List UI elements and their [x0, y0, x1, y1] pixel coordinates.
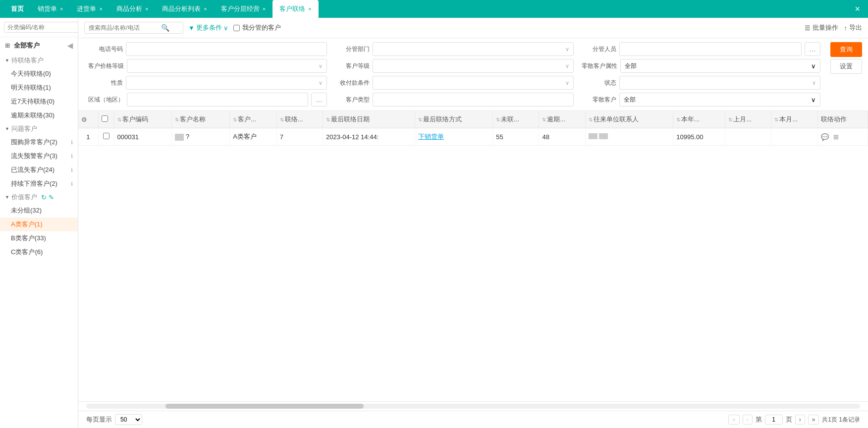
- collapse-sidebar-icon[interactable]: ◀: [67, 42, 73, 50]
- th-no-contact[interactable]: ⇅未联...: [493, 111, 539, 128]
- first-page-button[interactable]: «: [728, 415, 740, 425]
- my-customers-check[interactable]: [233, 25, 240, 31]
- nature-select[interactable]: ∨: [126, 76, 327, 90]
- nav-tab-2[interactable]: 商品分析 ×: [109, 0, 155, 18]
- price-level-label: 客户价格等级: [88, 62, 124, 70]
- filter-search-input[interactable]: [89, 24, 158, 31]
- region-dots-button[interactable]: …: [311, 93, 327, 107]
- sidebar-item-tomorrow[interactable]: 明天待联络(1): [0, 81, 78, 95]
- nav-tab-4[interactable]: 客户分层经营 ×: [214, 0, 272, 18]
- region-label: 区域（地区）: [88, 96, 124, 104]
- th-name[interactable]: ⇅客户名称: [172, 111, 230, 128]
- sidebar-search-input[interactable]: [4, 22, 78, 33]
- cell-overdue: 48: [539, 128, 585, 146]
- nav-tab-3[interactable]: 商品分析列表 ×: [155, 0, 214, 18]
- retail-label: 零散客户: [582, 96, 616, 104]
- prev-page-button[interactable]: ‹: [743, 415, 753, 425]
- my-customers-checkbox[interactable]: 我分管的客户: [233, 23, 281, 32]
- horizontal-scroll-thumb[interactable]: [165, 404, 364, 409]
- th-code[interactable]: ⇅客户编码: [114, 111, 172, 128]
- name-avatar: [175, 134, 184, 141]
- close-tab-5-icon[interactable]: ×: [308, 6, 311, 12]
- close-tab-0-icon[interactable]: ×: [60, 6, 63, 12]
- table-settings-icon[interactable]: ⚙: [81, 116, 87, 123]
- filter-region: 区域（地区） …: [84, 93, 331, 107]
- edit-icon[interactable]: ✎: [49, 194, 54, 201]
- sidebar-item-today[interactable]: 今天待联络(0): [0, 67, 78, 81]
- cell-no-contact: 55: [493, 128, 539, 146]
- nav-tab-0[interactable]: 销货单 ×: [31, 0, 70, 18]
- region-input[interactable]: [127, 93, 308, 107]
- query-button[interactable]: 查询: [830, 42, 862, 57]
- select-all-checkbox[interactable]: [102, 115, 108, 122]
- close-all-button[interactable]: ×: [851, 4, 864, 14]
- filter-price-level: 客户价格等级 ∨: [84, 59, 331, 73]
- dept-select[interactable]: ∨: [373, 42, 574, 56]
- message-icon[interactable]: 💬: [821, 133, 829, 141]
- close-tab-4-icon[interactable]: ×: [263, 6, 266, 12]
- customer-type-input[interactable]: [373, 93, 574, 107]
- retail-select[interactable]: 全部 ∨: [619, 93, 820, 107]
- nav-home[interactable]: 首页: [4, 0, 31, 18]
- th-actions: 联络动作: [817, 111, 868, 128]
- sidebar-item-unclassified[interactable]: 未分组(32): [0, 204, 78, 217]
- export-button[interactable]: ↑ 导出: [844, 23, 863, 32]
- settings-button[interactable]: 设置: [830, 59, 862, 74]
- sidebar-search-area: 🔍: [0, 18, 78, 37]
- price-level-select[interactable]: ∨: [127, 59, 327, 73]
- sidebar-item-churned[interactable]: 已流失客户(24) ℹ: [0, 163, 78, 177]
- close-tab-1-icon[interactable]: ×: [99, 6, 102, 12]
- sidebar-item-c-class[interactable]: C类客户(6): [0, 245, 78, 259]
- sidebar-item-churn-warning[interactable]: 流失预警客户(3) ℹ: [0, 149, 78, 163]
- customer-level-select[interactable]: ∨: [373, 59, 574, 73]
- th-overdue[interactable]: ⇅逾期...: [539, 111, 585, 128]
- nav-tab-1[interactable]: 进货单 ×: [70, 0, 109, 18]
- status-select[interactable]: ∨: [619, 76, 820, 90]
- filter-nature: 性质 ∨: [84, 76, 331, 90]
- th-customer-type[interactable]: ⇅客户...: [230, 111, 277, 128]
- th-last-month[interactable]: ⇅上月...: [725, 111, 771, 128]
- more-filters-button[interactable]: ▼ 更多条件 ∨: [188, 23, 228, 32]
- nav-tab-5[interactable]: 客户联络 ×: [272, 0, 318, 18]
- page-number-input[interactable]: [765, 415, 783, 425]
- horizontal-scroll-track[interactable]: [86, 404, 860, 409]
- sidebar-item-declining[interactable]: 持续下滑客户(2) ℹ: [0, 177, 78, 191]
- cell-num: 1: [78, 128, 98, 146]
- main-layout: 🔍 ⊞ 全部客户 ◀ ▼ 待联络客户 今天待联络(0) 明天待联络(1) 近7天…: [0, 18, 868, 428]
- sidebar-item-overdue[interactable]: 逾期未联络(30): [0, 108, 78, 122]
- close-tab-3-icon[interactable]: ×: [204, 6, 207, 12]
- th-last-date[interactable]: ⇅最后联络日期: [323, 111, 415, 128]
- next-page-button[interactable]: ›: [795, 415, 805, 425]
- qrcode-icon[interactable]: ⊞: [833, 133, 839, 141]
- row-checkbox[interactable]: [103, 133, 109, 139]
- refresh-icon[interactable]: ↻: [41, 194, 47, 201]
- th-last-method[interactable]: ⇅最后联络方式: [415, 111, 492, 128]
- th-contacts-person[interactable]: ⇅往来单位联系人: [585, 111, 673, 128]
- last-page-button[interactable]: »: [808, 415, 819, 425]
- batch-op-button[interactable]: ☰ 批量操作: [805, 23, 838, 32]
- sidebar-item-hoarding[interactable]: 囤购异常客户(2) ℹ: [0, 135, 78, 149]
- cell-code: 000031: [114, 128, 172, 146]
- page-nav: « ‹ 第 页 › » 共1页 1条记录: [728, 415, 860, 425]
- person-input[interactable]: [619, 42, 802, 56]
- filter-retail-attr: 零散客户属性 全部 ∨: [578, 59, 824, 73]
- th-this-year[interactable]: ⇅本年...: [673, 111, 725, 128]
- last-method-link[interactable]: 下销货单: [418, 133, 444, 140]
- page-size-select[interactable]: 50 100 200: [115, 414, 142, 425]
- phone-input[interactable]: [126, 42, 327, 56]
- th-contact-count[interactable]: ⇅联络...: [276, 111, 323, 128]
- person-dots-button[interactable]: …: [805, 42, 820, 56]
- close-tab-2-icon[interactable]: ×: [145, 6, 148, 12]
- th-this-month[interactable]: ⇅本月...: [771, 111, 817, 128]
- sidebar-item-7days[interactable]: 近7天待联络(0): [0, 95, 78, 108]
- section-pending-contact[interactable]: ▼ 待联络客户: [0, 54, 78, 67]
- sidebar-all-customers[interactable]: ⊞ 全部客户 ◀: [0, 37, 78, 54]
- payment-select[interactable]: ∨: [373, 76, 574, 90]
- section-value-customers[interactable]: ▼ 价值客户 ↻ ✎: [0, 191, 78, 204]
- retail-value: 全部: [624, 96, 636, 104]
- sidebar-item-b-class[interactable]: B类客户(33): [0, 231, 78, 245]
- customer-level-chevron-icon: ∨: [565, 63, 569, 69]
- retail-attr-select[interactable]: 全部 ∨: [620, 59, 820, 73]
- section-problem-customers[interactable]: ▼ 问题客户: [0, 122, 78, 135]
- sidebar-item-a-class[interactable]: A类客户(1): [0, 217, 78, 231]
